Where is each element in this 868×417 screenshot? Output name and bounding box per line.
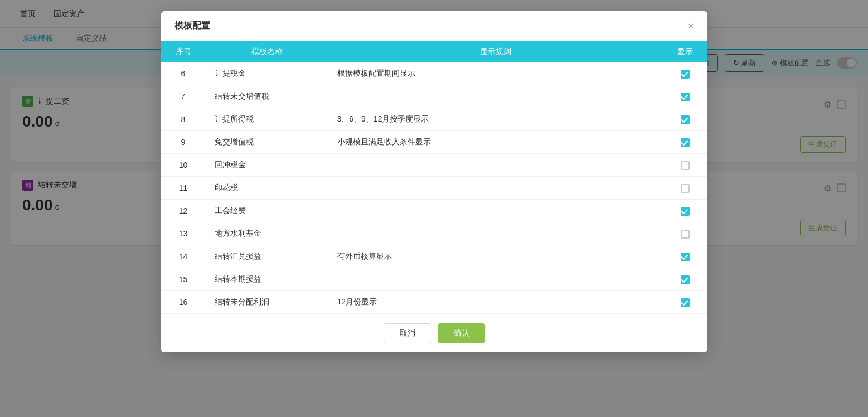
cell-id: 11 bbox=[161, 177, 206, 200]
cell-id: 10 bbox=[161, 154, 206, 177]
cell-id: 6 bbox=[161, 62, 206, 85]
cell-name: 计提税金 bbox=[206, 62, 328, 85]
cell-id: 14 bbox=[161, 245, 206, 268]
table-body: 6计提税金根据模板配置期间显示7结转未交增值税8计提所得税3、6、9、12月按季… bbox=[161, 62, 707, 314]
cell-rule: 有外币核算显示 bbox=[328, 245, 663, 268]
cell-name: 印花税 bbox=[206, 177, 328, 200]
row-checkbox-14[interactable] bbox=[681, 253, 690, 261]
row-checkbox-15[interactable] bbox=[681, 275, 690, 284]
col-header-rule: 显示规则 bbox=[328, 41, 663, 62]
cell-checkbox bbox=[663, 131, 707, 154]
cell-id: 13 bbox=[161, 222, 206, 245]
cell-rule bbox=[328, 85, 663, 108]
cell-id: 12 bbox=[161, 200, 206, 222]
col-header-name: 模板名称 bbox=[206, 41, 328, 62]
table-header: 序号 模板名称 显示规则 显示 bbox=[161, 41, 707, 62]
cell-rule: 根据模板配置期间显示 bbox=[328, 62, 663, 85]
cell-name: 地方水利基金 bbox=[206, 222, 328, 245]
row-checkbox-9[interactable] bbox=[681, 138, 690, 147]
row-checkbox-7[interactable] bbox=[681, 93, 690, 101]
row-checkbox-6[interactable] bbox=[681, 70, 690, 79]
modal-overlay: 模板配置 × 序号 模板名称 显示规则 显示 6计提税金根据模板配置期间显示7结… bbox=[0, 0, 868, 417]
cell-id: 7 bbox=[161, 85, 206, 108]
cell-name: 工会经费 bbox=[206, 200, 328, 222]
cell-rule: 3、6、9、12月按季度显示 bbox=[328, 108, 663, 131]
modal-template-config: 模板配置 × 序号 模板名称 显示规则 显示 6计提税金根据模板配置期间显示7结… bbox=[161, 11, 707, 352]
cell-name: 结转未交增值税 bbox=[206, 85, 328, 108]
cell-rule bbox=[328, 268, 663, 291]
modal-close-button[interactable]: × bbox=[688, 21, 694, 31]
table-row: 13地方水利基金 bbox=[161, 222, 707, 245]
cancel-button[interactable]: 取消 bbox=[384, 323, 431, 343]
table-row: 16结转未分配利润12月份显示 bbox=[161, 291, 707, 314]
cell-checkbox bbox=[663, 291, 707, 314]
row-checkbox-13[interactable] bbox=[681, 230, 690, 239]
cell-checkbox bbox=[663, 177, 707, 200]
cell-name: 结转未分配利润 bbox=[206, 291, 328, 314]
cell-id: 8 bbox=[161, 108, 206, 131]
cell-checkbox bbox=[663, 62, 707, 85]
cell-rule bbox=[328, 222, 663, 245]
cell-checkbox bbox=[663, 268, 707, 291]
table-row: 10回冲税金 bbox=[161, 154, 707, 177]
table-row: 6计提税金根据模板配置期间显示 bbox=[161, 62, 707, 85]
cell-name: 回冲税金 bbox=[206, 154, 328, 177]
modal-title: 模板配置 bbox=[174, 20, 210, 32]
table-row: 11印花税 bbox=[161, 177, 707, 200]
cell-rule bbox=[328, 177, 663, 200]
cell-rule: 12月份显示 bbox=[328, 291, 663, 314]
cell-checkbox bbox=[663, 200, 707, 222]
cell-id: 9 bbox=[161, 131, 206, 154]
table-row: 14结转汇兑损益有外币核算显示 bbox=[161, 245, 707, 268]
table-row: 8计提所得税3、6、9、12月按季度显示 bbox=[161, 108, 707, 131]
table-row: 12工会经费 bbox=[161, 200, 707, 222]
modal-body: 序号 模板名称 显示规则 显示 6计提税金根据模板配置期间显示7结转未交增值税8… bbox=[161, 41, 707, 314]
row-checkbox-16[interactable] bbox=[681, 298, 690, 307]
modal-footer: 取消 确认 bbox=[161, 314, 707, 352]
row-checkbox-8[interactable] bbox=[681, 115, 690, 124]
cell-checkbox bbox=[663, 108, 707, 131]
row-checkbox-10[interactable] bbox=[681, 161, 690, 170]
cell-rule bbox=[328, 154, 663, 177]
cell-id: 16 bbox=[161, 291, 206, 314]
cell-name: 结转本期损益 bbox=[206, 268, 328, 291]
col-header-display: 显示 bbox=[663, 41, 707, 62]
cell-checkbox bbox=[663, 245, 707, 268]
col-header-id: 序号 bbox=[161, 41, 206, 62]
cell-checkbox bbox=[663, 222, 707, 245]
cell-checkbox bbox=[663, 85, 707, 108]
cell-rule: 小规模且满足收入条件显示 bbox=[328, 131, 663, 154]
cell-name: 计提所得税 bbox=[206, 108, 328, 131]
modal-header: 模板配置 × bbox=[161, 11, 707, 41]
table-row: 9免交增值税小规模且满足收入条件显示 bbox=[161, 131, 707, 154]
table-row: 7结转未交增值税 bbox=[161, 85, 707, 108]
cell-name: 结转汇兑损益 bbox=[206, 245, 328, 268]
row-checkbox-11[interactable] bbox=[681, 184, 690, 193]
config-table: 序号 模板名称 显示规则 显示 6计提税金根据模板配置期间显示7结转未交增值税8… bbox=[161, 41, 707, 314]
table-row: 15结转本期损益 bbox=[161, 268, 707, 291]
cell-id: 15 bbox=[161, 268, 206, 291]
row-checkbox-12[interactable] bbox=[681, 207, 690, 216]
cell-checkbox bbox=[663, 154, 707, 177]
cell-rule bbox=[328, 200, 663, 222]
cell-name: 免交增值税 bbox=[206, 131, 328, 154]
confirm-button[interactable]: 确认 bbox=[438, 323, 485, 343]
